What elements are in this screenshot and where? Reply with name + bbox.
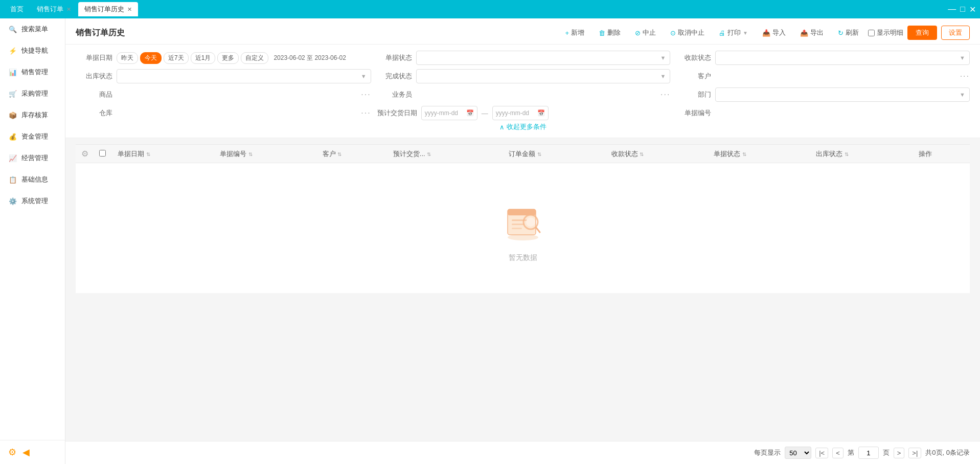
filter-customer-cell: 客户 ··· [674,69,970,83]
sidebar-bottom: ⚙ ◀ [0,440,65,464]
page-label: 页 [883,448,890,457]
expected-date-start-input[interactable]: yyyy-mm-dd 📅 [421,106,477,120]
next-page-button[interactable]: > [894,448,905,458]
calendar-start-icon: 📅 [466,109,474,117]
svg-point-0 [508,234,538,240]
maximize-button[interactable]: □ [960,5,965,14]
refresh-button[interactable]: ↻ 刷新 [833,26,864,39]
tab-sales-order[interactable]: 销售订单 ✕ [31,2,77,16]
last-page-button[interactable]: >| [908,448,921,458]
table-settings-gear-icon[interactable]: ⚙ [81,149,88,158]
nav-icon: ⚡ [8,46,17,55]
add-button[interactable]: + 新增 [560,26,590,39]
display-cols-checkbox[interactable] [868,30,875,36]
filter-complete-status-cell: 完成状态 ▼ [375,69,671,83]
stop-button[interactable]: ⊘ 中止 [630,26,661,39]
delivery-status-select[interactable]: ▼ [117,69,371,83]
filter-expected-date-cell: 预计交货日期 yyyy-mm-dd 📅 — yyyy-mm-dd 📅 [375,106,671,120]
page-size-select[interactable]: 10 20 50 100 [785,447,811,459]
sidebar-settings-icon[interactable]: ⚙ [8,447,16,458]
date-badge-custom[interactable]: 自定义 [241,52,268,64]
delivery-status-label: 出库状态 [76,72,117,81]
display-cols-checkbox-label[interactable]: 显示明细 [868,28,903,37]
complete-status-select[interactable]: ▼ [416,69,671,83]
page-number-input[interactable] [858,447,879,459]
import-button[interactable]: 📥 导入 [757,26,791,39]
filter-row-4: 仓库 ··· 预计交货日期 yyyy-mm-dd 📅 — yyyy [76,106,970,120]
col-order-status-label: 单据状态 [714,150,740,158]
expected-date-end-input[interactable]: yyyy-mm-dd 📅 [492,106,549,120]
order-status-label: 单据状态 [375,53,416,62]
col-expected-delivery-sort-icon[interactable]: ⇅ [427,151,431,157]
customer-dots-button[interactable]: ··· [960,72,970,81]
product-dots-button[interactable]: ··· [361,90,371,99]
warehouse-label: 仓库 [76,108,117,118]
system-icon: ⚙️ [8,196,17,206]
close-button[interactable]: ✕ [969,5,976,14]
payment-status-select[interactable]: ▼ [715,51,970,65]
settings-button[interactable]: 设置 [941,26,970,40]
col-delivery-status-label: 出库状态 [816,150,842,158]
svg-rect-5 [512,228,522,229]
warehouse-dots-button[interactable]: ··· [361,108,371,118]
customer-label: 客户 [674,72,715,81]
tab-sales-order-close[interactable]: ✕ [66,6,71,13]
date-label: 单据日期 [76,53,117,62]
svg-point-7 [526,217,535,227]
sidebar-item-finance-mgmt[interactable]: 💰 资金管理 [0,126,65,147]
select-all-checkbox[interactable] [99,150,106,157]
date-badge-7days[interactable]: 近7天 [164,52,189,64]
col-order-status-sort-icon[interactable]: ⇅ [742,151,746,157]
refresh-label: 刷新 [846,28,859,37]
order-status-select[interactable]: ▼ [416,51,671,65]
sidebar-item-sales-mgmt[interactable]: 📊 销售管理 [0,61,65,83]
payment-status-label: 收款状态 [674,53,715,62]
sidebar-item-stock-check[interactable]: 📦 库存核算 [0,104,65,126]
salesperson-dots-button[interactable]: ··· [660,90,670,99]
search-icon: 🔍 [8,25,17,34]
sidebar-item-purchase-mgmt[interactable]: 🛒 采购管理 [0,83,65,104]
sidebar-item-quick-nav[interactable]: ⚡ 快捷导航 [0,40,65,61]
sidebar-item-search-menu[interactable]: 🔍 搜索菜单 [0,18,65,40]
sidebar-item-base-info[interactable]: 📋 基础信息 [0,169,65,190]
cancel-stop-button[interactable]: ⊙ 取消中止 [665,26,710,39]
sidebar-item-sales-mgmt-label: 销售管理 [21,68,48,77]
filter-salesperson-cell: 业务员 ··· [375,87,671,102]
total-records-label: 共0页, 0条记录 [925,448,970,457]
sidebar-item-ops-mgmt[interactable]: 📈 经营管理 [0,147,65,169]
sidebar-collapse-icon[interactable]: ◀ [22,447,30,458]
col-payment-status-sort-icon[interactable]: ⇅ [640,151,644,157]
print-button[interactable]: 🖨 打印 ▼ [714,26,753,39]
collapse-filter-button[interactable]: ∧ 收起更多条件 [76,122,970,131]
delete-button[interactable]: 🗑 删除 [594,26,626,39]
display-cols-label: 显示明细 [877,28,903,37]
table-checkbox-col[interactable] [94,145,112,163]
col-customer-sort-icon[interactable]: ⇅ [337,151,341,157]
first-page-button[interactable]: |< [815,448,828,458]
sidebar-item-system-mgmt[interactable]: ⚙️ 系统管理 [0,190,65,212]
export-button[interactable]: 📤 导出 [795,26,829,39]
col-no-sort-icon[interactable]: ⇅ [248,151,253,157]
prev-page-button[interactable]: < [832,448,844,458]
tab-sales-order-history[interactable]: 销售订单历史 ✕ [78,2,138,16]
tab-sales-order-history-close[interactable]: ✕ [127,6,132,13]
table-area: ⚙ 单据日期 ⇅ 单据编号 ⇅ [65,138,980,441]
col-no-label: 单据编号 [220,150,246,158]
export-icon: 📤 [800,29,808,37]
page-title: 销售订单历史 [76,28,125,38]
col-order-amount-sort-icon[interactable]: ⇅ [537,151,541,157]
col-delivery-status-sort-icon[interactable]: ⇅ [845,151,849,157]
tab-home[interactable]: 首页 [4,2,30,16]
table-settings-col[interactable]: ⚙ [76,145,94,163]
department-select[interactable]: ▼ [715,87,970,102]
cancel-stop-label: 取消中止 [678,28,704,37]
minimize-button[interactable]: — [948,5,956,14]
date-badge-today[interactable]: 今天 [140,52,162,64]
filter-delivery-status-cell: 出库状态 ▼ [76,69,371,83]
query-button[interactable]: 查询 [907,26,937,40]
date-badge-yesterday[interactable]: 昨天 [117,52,138,64]
date-badge-more[interactable]: 更多 [217,52,239,64]
col-date-sort-icon[interactable]: ⇅ [146,151,150,157]
date-badge-1month[interactable]: 近1月 [191,52,216,64]
col-order-amount: 订单金额 ⇅ [504,145,606,163]
